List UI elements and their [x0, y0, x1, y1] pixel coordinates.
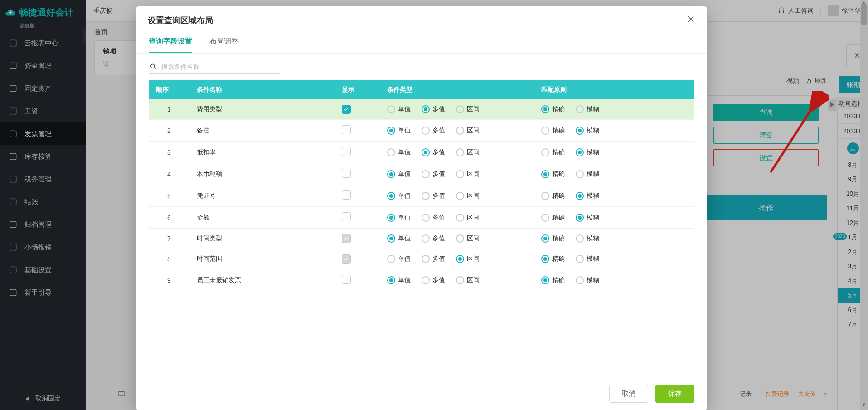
radio-label: 精确: [552, 276, 565, 284]
type-radio-multi[interactable]: 多值: [422, 148, 445, 156]
radio-label: 单值: [398, 192, 411, 200]
match-radio-fuzzy[interactable]: 模糊: [576, 214, 599, 222]
match-radio-exact[interactable]: 精确: [541, 192, 565, 200]
match-radio-fuzzy[interactable]: 模糊: [576, 148, 599, 156]
radio-label: 模糊: [587, 234, 599, 243]
match-radio-exact[interactable]: 精确: [541, 214, 565, 222]
type-radio-multi[interactable]: 多值: [422, 276, 445, 284]
type-radio-single[interactable]: 单值: [387, 105, 411, 113]
radio-dot-icon: [422, 276, 430, 284]
radio-dot-icon: [576, 148, 584, 156]
type-radio-multi[interactable]: 多值: [422, 192, 445, 200]
match-radio-exact[interactable]: 精确: [541, 105, 565, 113]
type-radio-range[interactable]: 区间: [456, 234, 480, 243]
radio-dot-icon: [456, 170, 464, 178]
tab-query-fields[interactable]: 查询字段设置: [149, 32, 192, 53]
save-button[interactable]: 保存: [655, 385, 694, 403]
match-radio-fuzzy[interactable]: 模糊: [576, 255, 599, 263]
radio-label: 单值: [398, 127, 411, 135]
match-radio-fuzzy[interactable]: 模糊: [576, 105, 599, 113]
search-box: [149, 60, 280, 74]
row-name: 费用类型: [189, 100, 335, 119]
show-checkbox: [342, 234, 351, 243]
type-radio-single[interactable]: 单值: [387, 234, 411, 243]
type-radio-range[interactable]: 区间: [456, 148, 480, 156]
radio-label: 单值: [398, 148, 411, 156]
type-radio-single[interactable]: 单值: [387, 214, 411, 222]
match-radio-exact[interactable]: 精确: [541, 170, 565, 178]
radio-label: 精确: [552, 105, 565, 113]
type-radio-single[interactable]: 单值: [387, 255, 411, 263]
show-checkbox[interactable]: [342, 275, 351, 284]
match-radio-exact[interactable]: 精确: [541, 255, 565, 263]
match-radio-exact[interactable]: 精确: [541, 276, 565, 284]
row-name: 金额: [189, 208, 335, 227]
match-radio-fuzzy[interactable]: 模糊: [576, 192, 599, 200]
match-radio-fuzzy[interactable]: 模糊: [576, 276, 599, 284]
type-radio-multi[interactable]: 多值: [422, 105, 445, 113]
type-radio-range[interactable]: 区间: [456, 214, 480, 222]
radio-dot-icon: [541, 214, 549, 222]
type-radio-multi[interactable]: 多值: [422, 214, 445, 222]
row-name: 时间范围: [189, 249, 335, 268]
radio-label: 模糊: [587, 170, 599, 178]
type-radio-range[interactable]: 区间: [456, 105, 480, 113]
radio-label: 单值: [398, 276, 411, 284]
grid-row: 9员工未报销发票单值多值区间精确模糊: [149, 269, 694, 291]
type-radio-range[interactable]: 区间: [456, 170, 480, 178]
match-radio-exact[interactable]: 精确: [541, 148, 565, 156]
radio-label: 多值: [432, 127, 445, 135]
radio-label: 模糊: [587, 127, 599, 135]
type-radio-range[interactable]: 区间: [456, 192, 480, 200]
show-checkbox[interactable]: [342, 169, 351, 178]
type-radio-single[interactable]: 单值: [387, 148, 411, 156]
row-index: 9: [149, 271, 189, 289]
match-radio-fuzzy[interactable]: 模糊: [576, 234, 599, 243]
show-checkbox[interactable]: [342, 105, 351, 114]
radio-label: 模糊: [587, 105, 599, 113]
radio-dot-icon: [387, 105, 395, 113]
show-checkbox: [342, 254, 351, 264]
radio-label: 模糊: [587, 276, 599, 284]
match-radio-exact[interactable]: 精确: [541, 127, 565, 135]
type-radio-multi[interactable]: 多值: [422, 127, 445, 135]
modal-close-button[interactable]: [686, 15, 695, 26]
grid-row: 5凭证号单值多值区间精确模糊: [149, 185, 694, 207]
radio-label: 精确: [552, 170, 565, 178]
radio-label: 多值: [432, 170, 445, 178]
type-radio-range[interactable]: 区间: [456, 276, 480, 284]
radio-dot-icon: [576, 105, 584, 113]
row-name: 抵扣率: [189, 143, 335, 162]
match-radio-fuzzy[interactable]: 模糊: [576, 127, 599, 135]
match-radio-fuzzy[interactable]: 模糊: [576, 170, 599, 178]
radio-label: 精确: [552, 148, 565, 156]
show-checkbox[interactable]: [342, 212, 351, 221]
show-checkbox[interactable]: [342, 190, 351, 200]
grid-row: 6金额单值多值区间精确模糊: [149, 207, 694, 229]
type-radio-range[interactable]: 区间: [456, 255, 480, 263]
type-radio-range[interactable]: 区间: [456, 127, 480, 135]
match-radio-exact[interactable]: 精确: [541, 234, 565, 243]
type-radio-single[interactable]: 单值: [387, 192, 411, 200]
radio-dot-icon: [422, 105, 430, 113]
grid-row: 7时间类型单值多值区间精确模糊: [149, 229, 694, 249]
show-checkbox[interactable]: [342, 125, 351, 134]
radio-dot-icon: [541, 127, 549, 135]
type-radio-multi[interactable]: 多值: [422, 234, 445, 243]
type-radio-single[interactable]: 单值: [387, 170, 411, 178]
tab-layout-adjust[interactable]: 布局调整: [209, 32, 238, 53]
radio-label: 区间: [467, 192, 480, 200]
type-radio-multi[interactable]: 多值: [422, 255, 445, 263]
radio-dot-icon: [541, 192, 549, 200]
row-index: 5: [149, 187, 189, 205]
show-checkbox[interactable]: [342, 147, 351, 156]
close-icon: [686, 15, 695, 24]
radio-dot-icon: [541, 148, 549, 156]
search-input[interactable]: [160, 63, 279, 71]
type-radio-single[interactable]: 单值: [387, 127, 411, 135]
cancel-button[interactable]: 取消: [609, 385, 648, 403]
radio-dot-icon: [541, 170, 549, 178]
type-radio-single[interactable]: 单值: [387, 276, 411, 284]
radio-label: 多值: [432, 255, 445, 263]
type-radio-multi[interactable]: 多值: [422, 170, 445, 178]
